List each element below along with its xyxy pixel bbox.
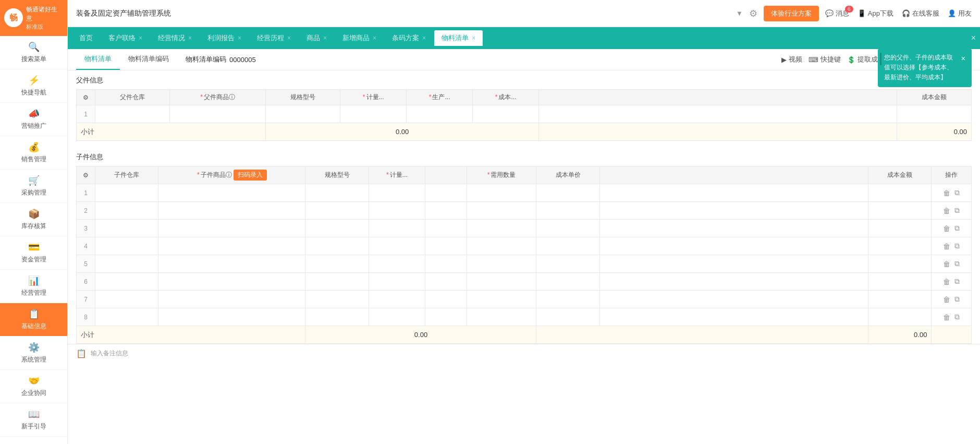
sidebar-item-basic-info[interactable]: 📋 基础信息 <box>0 303 67 337</box>
tab-customer[interactable]: 客户联络 × <box>101 30 150 46</box>
tab-operation-status[interactable]: 经营情况 × <box>151 30 199 46</box>
row-number: 4 <box>77 237 95 255</box>
nav-tabs-bar: 首页 客户联络 × 经营情况 × 利润报告 × 经营历程 × 商品 × 新增商品… <box>68 27 980 49</box>
copy-icon[interactable]: ⧉ <box>954 242 960 250</box>
copy-icon[interactable]: ⧉ <box>954 188 960 197</box>
app-download-button[interactable]: 📱 App下载 <box>858 9 893 18</box>
trial-button[interactable]: 体验行业方案 <box>764 6 819 21</box>
tab-bom[interactable]: 物料清单 × <box>434 30 483 46</box>
tab-goods[interactable]: 商品 × <box>299 30 334 46</box>
tab-close-icon[interactable]: × <box>373 34 376 42</box>
close-all-tabs-button[interactable]: × <box>971 33 976 43</box>
parent-produce-cell[interactable] <box>407 105 473 123</box>
tab-close-icon[interactable]: × <box>422 34 426 42</box>
tab-operation-history[interactable]: 经营历程 × <box>250 30 298 46</box>
sidebar-item-label: 企业协同 <box>21 389 46 398</box>
delete-icon[interactable]: 🗑 <box>943 207 950 215</box>
shortcut-action[interactable]: ⌨ 快捷键 <box>808 55 841 64</box>
delete-icon[interactable]: 🗑 <box>943 313 950 321</box>
bottom-hint: 📋 输入备注信息 <box>68 344 980 363</box>
parent-warehouse-cell[interactable] <box>95 105 170 123</box>
sidebar-item-label: 新手引导 <box>21 422 46 431</box>
delete-icon[interactable]: 🗑 <box>943 295 950 304</box>
dropdown-arrow-icon[interactable]: ▼ <box>736 9 743 17</box>
tab-label: 首页 <box>79 33 93 43</box>
video-action[interactable]: ▶ 视频 <box>781 55 802 64</box>
row-number: 6 <box>77 273 95 291</box>
app-name: 畅通诸好生意 <box>26 5 63 23</box>
sidebar-item-finance[interactable]: 💳 资金管理 <box>0 236 67 270</box>
parent-goods-cell[interactable] <box>170 105 266 123</box>
delete-icon[interactable]: 🗑 <box>943 260 950 268</box>
parent-col-amount: 成本金额 <box>897 90 971 105</box>
message-button[interactable]: 💬 消息 6 <box>825 9 849 18</box>
tab-close-icon[interactable]: × <box>323 34 327 42</box>
table-row: 5 🗑⧉ <box>77 255 972 273</box>
child-col-gear: ⚙ <box>77 166 95 184</box>
gear-icon[interactable]: ⚙ <box>749 8 757 19</box>
child-table: ⚙ 子件仓库 *子件商品ⓘ 扫码录入 规格型号 *计量... *需用数量 成本单… <box>76 166 972 344</box>
user-avatar[interactable]: 👤 用友 <box>948 9 972 18</box>
cost-icon: 💲 <box>847 56 855 64</box>
parent-cost-cell[interactable] <box>473 105 539 123</box>
copy-icon[interactable]: ⧉ <box>954 295 960 304</box>
parent-amount-cell[interactable] <box>897 105 971 123</box>
child-subtotal-ops-empty <box>932 326 972 344</box>
child-goods-cell[interactable] <box>158 184 305 202</box>
child-col-warehouse: 子件仓库 <box>95 166 158 184</box>
child-unit-cell[interactable] <box>369 184 425 202</box>
tab-close-icon[interactable]: × <box>472 34 475 42</box>
parent-spec-cell[interactable] <box>266 105 340 123</box>
child-spec-cell[interactable] <box>305 184 369 202</box>
table-row: 1 🗑 ⧉ <box>77 184 972 202</box>
tab-label: 新增商品 <box>342 33 370 43</box>
bottom-hint-text[interactable]: 输入备注信息 <box>91 349 128 358</box>
child-qty-cell[interactable] <box>467 184 536 202</box>
child-empty1-cell <box>425 184 467 202</box>
sidebar-item-enterprise[interactable]: 🤝 企业协同 <box>0 370 67 403</box>
sidebar-item-operation[interactable]: 📊 经营管理 <box>0 270 67 303</box>
tab-close-icon[interactable]: × <box>287 34 291 42</box>
sidebar-item-inventory[interactable]: 📦 库存核算 <box>0 203 67 236</box>
delete-icon[interactable]: 🗑 <box>943 242 950 250</box>
parent-unit-cell[interactable] <box>340 105 407 123</box>
child-col-empty2 <box>599 166 868 184</box>
copy-icon[interactable]: ⧉ <box>954 313 960 321</box>
sidebar-item-marketing[interactable]: 📣 营销推广 <box>0 103 67 136</box>
sub-tab-bom-list[interactable]: 物料清单 <box>76 49 120 70</box>
tab-barcode[interactable]: 条码方案 × <box>385 30 433 46</box>
sub-tab-bom-code[interactable]: 物料清单编码 <box>120 49 177 70</box>
scan-btn[interactable]: 扫码录入 <box>234 170 267 181</box>
tab-profit-report[interactable]: 利润报告 × <box>200 30 249 46</box>
tab-new-goods[interactable]: 新增商品 × <box>335 30 384 46</box>
copy-icon[interactable]: ⧉ <box>954 206 960 215</box>
sidebar-item-purchase[interactable]: 🛒 采购管理 <box>0 170 67 203</box>
child-unit-price-cell[interactable] <box>536 184 599 202</box>
sidebar-item-search[interactable]: 🔍 搜索菜单 <box>0 36 67 69</box>
tooltip-close-icon[interactable]: × <box>961 53 965 64</box>
delete-icon[interactable]: 🗑 <box>943 278 950 286</box>
tab-label: 经营情况 <box>158 33 185 43</box>
child-subtotal-empty <box>536 326 868 344</box>
sidebar-item-system[interactable]: ⚙️ 系统管理 <box>0 337 67 370</box>
tab-close-icon[interactable]: × <box>238 34 241 42</box>
copy-icon[interactable]: ⧉ <box>954 224 960 233</box>
child-warehouse-cell[interactable] <box>95 184 158 202</box>
delete-icon[interactable]: 🗑 <box>943 189 950 197</box>
sidebar-item-label: 系统管理 <box>21 355 46 364</box>
delete-icon[interactable]: 🗑 <box>943 224 950 233</box>
copy-icon[interactable]: ⧉ <box>954 259 960 268</box>
doc-num-value: 0000005 <box>229 56 256 64</box>
online-service-button[interactable]: 🎧 在线客服 <box>902 9 939 18</box>
tab-close-icon[interactable]: × <box>188 34 192 42</box>
tab-close-icon[interactable]: × <box>139 34 142 42</box>
child-subtotal-row: 小计 0.00 0.00 <box>77 326 972 344</box>
topbar-right: 💬 消息 6 📱 App下载 🎧 在线客服 👤 用友 <box>825 9 972 18</box>
sidebar-item-quick-nav[interactable]: ⚡ 快捷导航 <box>0 69 67 103</box>
child-amount-cell[interactable] <box>868 184 931 202</box>
parent-subtotal-row: 小计 0.00 0.00 <box>77 123 972 141</box>
sidebar-item-sales[interactable]: 💰 销售管理 <box>0 136 67 170</box>
sidebar-item-guide[interactable]: 📖 新手引导 <box>0 403 67 437</box>
copy-icon[interactable]: ⧉ <box>954 277 960 286</box>
tab-home[interactable]: 首页 <box>72 30 100 46</box>
